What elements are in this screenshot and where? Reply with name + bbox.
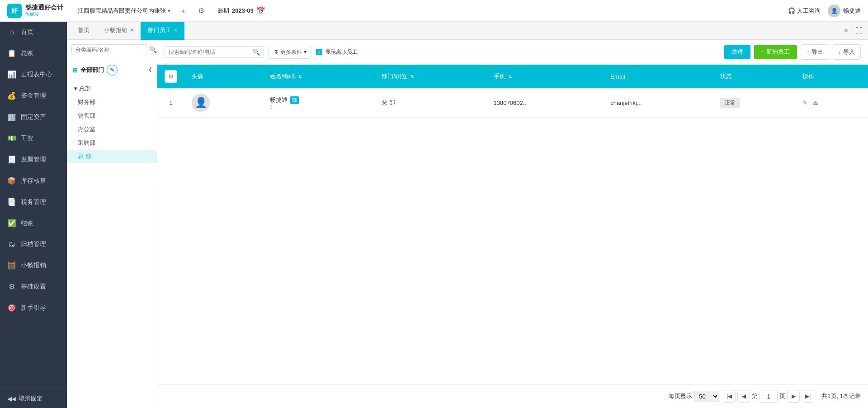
- employee-code: 0: [270, 104, 367, 109]
- show-resigned-checkbox[interactable]: ✓: [316, 49, 322, 55]
- tab-employees[interactable]: 部门员工 ×: [141, 22, 184, 40]
- edit-employee-icon[interactable]: ✎: [802, 99, 808, 106]
- employee-search-input[interactable]: [169, 49, 250, 55]
- logout-employee-icon[interactable]: ⏏: [812, 99, 818, 106]
- sidebar-item-label: 库存核算: [21, 177, 46, 185]
- column-settings-button[interactable]: ⚙: [165, 70, 177, 83]
- user-name: 畅捷通: [843, 7, 861, 15]
- sidebar-item-reports[interactable]: 📊 云报表中心: [0, 64, 67, 85]
- service-button[interactable]: 🎧 人工咨询: [788, 7, 821, 15]
- sidebar-item-invoice[interactable]: 🧾 发票管理: [0, 149, 67, 170]
- page-label: 第: [752, 392, 758, 400]
- sidebar-item-archive[interactable]: 🗂 归档管理: [0, 234, 67, 255]
- status-badge: 正常: [720, 98, 740, 108]
- sidebar-item-label: 发票管理: [21, 156, 46, 164]
- sidebar-item-label: 结账: [21, 219, 33, 228]
- archive-icon: 🗂: [7, 240, 16, 248]
- sort-phone-icon[interactable]: ⇅: [509, 74, 512, 79]
- employee-search-box[interactable]: 🔍: [165, 46, 264, 58]
- toolbar-right: 邀请 + 新增员工 ↑ 导出 ↓ 导入: [724, 44, 861, 60]
- close-tab-expense-icon[interactable]: ×: [130, 27, 133, 33]
- sidebar-item-label: 首页: [21, 28, 33, 36]
- sidebar-item-label: 新手引导: [21, 304, 46, 312]
- sidebar-item-capital[interactable]: 💰 资金管理: [0, 85, 67, 106]
- first-page-button[interactable]: |◀: [723, 390, 736, 403]
- import-button[interactable]: ↓ 导入: [833, 44, 861, 60]
- user-area[interactable]: 👤 畅捷通: [828, 5, 861, 17]
- sidebar-item-salary[interactable]: 💵 工资: [0, 128, 67, 149]
- dept-item-zongbu[interactable]: 总 部: [67, 150, 157, 163]
- row-dept: 总 部: [374, 88, 486, 118]
- filter-button[interactable]: ⚗ 更多条件 ▾: [269, 46, 311, 59]
- page-input[interactable]: [760, 390, 778, 403]
- logo-text: 畅捷通好会计: [25, 4, 63, 11]
- filter-icon: ⚗: [274, 49, 278, 55]
- dept-search-icon[interactable]: 🔍: [149, 46, 157, 53]
- company-selector[interactable]: 江西服宝精品有限责任公司内账张 ▾: [74, 7, 170, 15]
- sort-dept-icon[interactable]: ⇅: [410, 74, 414, 79]
- row-name-cell: 畅捷通 部 0: [263, 88, 374, 118]
- sidebar-item-settle[interactable]: ✅ 结账: [0, 213, 67, 234]
- col-phone[interactable]: 手机 ⇅: [486, 65, 604, 88]
- dept-item-caigou[interactable]: 采购部: [67, 136, 157, 150]
- sidebar-item-ledger[interactable]: 📋 总账: [0, 43, 67, 64]
- sidebar-item-label: 云报表中心: [21, 71, 52, 79]
- right-panel: 🔍 ⚗ 更多条件 ▾ ✓ 显示离职员工 邀请 + 新增员工: [157, 40, 868, 408]
- calendar-icon[interactable]: 📅: [256, 6, 265, 15]
- period-value: 2023-03: [232, 7, 254, 14]
- dept-search-input[interactable]: [71, 44, 147, 55]
- page-total: 共1页, 1条记录: [821, 392, 861, 400]
- export-button[interactable]: ↑ 导出: [801, 44, 829, 60]
- close-tab-employees-icon[interactable]: ×: [174, 27, 177, 33]
- col-status: 状态: [713, 65, 795, 88]
- tab-expense-label: 小畅报销: [104, 26, 127, 34]
- close-all-tabs-icon[interactable]: ×: [842, 27, 850, 35]
- last-page-button[interactable]: ▶|: [802, 390, 814, 403]
- dept-item-caiwu[interactable]: 财务部: [67, 95, 157, 109]
- dept-edit-button[interactable]: ✎: [107, 65, 118, 76]
- dept-group-zongbu[interactable]: ▾ 总部: [67, 82, 157, 95]
- ledger-icon: 📋: [7, 49, 16, 57]
- row-no: 1: [157, 88, 184, 118]
- period-area: 账期 2023-03 📅: [217, 6, 265, 15]
- all-dept-header[interactable]: ⊞ 全部部门 ✎ 《: [67, 60, 157, 80]
- show-resigned-toggle[interactable]: ✓ 显示离职员工: [316, 48, 358, 56]
- sidebar-item-guide[interactable]: 🎯 新手引导: [0, 297, 67, 318]
- sidebar-item-label: 固定资产: [21, 113, 46, 121]
- inventory-icon: 📦: [7, 176, 16, 185]
- sidebar-item-expense[interactable]: 🧮 小畅报销: [0, 255, 67, 276]
- sidebar-item-assets[interactable]: 🏢 固定资产: [0, 106, 67, 128]
- invite-button[interactable]: 邀请: [724, 45, 750, 59]
- table-row: 1 👤 畅捷通 部 0 总 部 138070602... chanjethkj.…: [157, 88, 868, 118]
- next-page-button[interactable]: ▶: [787, 390, 800, 403]
- sidebar-item-home[interactable]: ⌂ 首页: [0, 22, 67, 43]
- dept-collapse-icon[interactable]: 《: [146, 66, 151, 74]
- logo-area: 好 畅捷通好会计 旗舰版: [7, 4, 74, 18]
- prev-page-button[interactable]: ◀: [737, 390, 750, 403]
- dept-item-bangong[interactable]: 办公室: [67, 123, 157, 136]
- sidebar-item-settings[interactable]: ⚙ 基础设置: [0, 276, 67, 297]
- add-employee-button[interactable]: + 新增员工: [754, 45, 797, 59]
- sidebar-item-inventory[interactable]: 📦 库存核算: [0, 170, 67, 191]
- col-dept[interactable]: 部门/职位 ⇅: [374, 65, 486, 88]
- avatar-person-icon: 👤: [195, 97, 207, 109]
- tab-home[interactable]: 首页: [71, 22, 97, 40]
- add-tab-button[interactable]: ＋: [178, 5, 189, 16]
- settle-icon: ✅: [7, 219, 16, 228]
- search-icon[interactable]: 🔍: [252, 48, 260, 56]
- dept-panel: 🔍 ⊞ 全部部门 ✎ 《 ▾ 总部 财务部 销售部 办公室 采购部 总 部: [67, 40, 157, 408]
- settings-icon[interactable]: ⚙: [196, 5, 207, 16]
- settings-menu-icon: ⚙: [7, 282, 16, 291]
- dept-item-xiaoshou[interactable]: 销售部: [67, 109, 157, 123]
- page-size-label: 每页显示: [669, 392, 692, 400]
- pin-toggle-button[interactable]: ◀◀ 取消固定: [0, 389, 67, 408]
- reports-icon: 📊: [7, 70, 16, 79]
- sidebar-item-tax[interactable]: 📑 税务管理: [0, 191, 67, 213]
- expand-tab-icon[interactable]: ⛶: [854, 27, 864, 35]
- sort-name-icon[interactable]: ⇅: [298, 74, 302, 79]
- col-name[interactable]: 姓名/编码 ⇅: [263, 65, 374, 88]
- tab-expense[interactable]: 小畅报销 ×: [97, 22, 141, 40]
- page-size-select[interactable]: 50 100 200: [694, 391, 719, 402]
- sidebar-item-label: 资金管理: [21, 92, 46, 100]
- service-label: 人工咨询: [797, 7, 821, 15]
